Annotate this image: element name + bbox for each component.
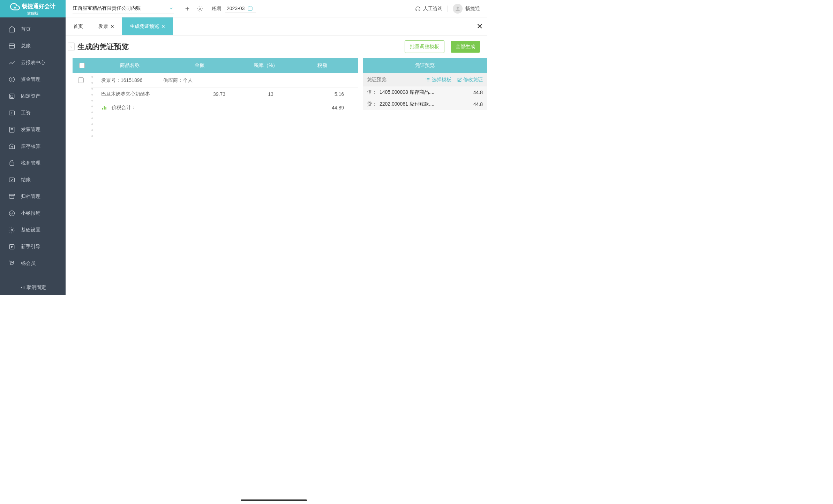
preview-toolbar: 凭证预览 选择模板 修改凭证 <box>363 73 487 86</box>
entry-side: 借： <box>367 89 375 96</box>
sidebar-item-label: 基础设置 <box>21 227 40 233</box>
select-all-checkbox[interactable] <box>79 63 85 68</box>
consult-button[interactable]: 人工咨询 <box>415 6 448 12</box>
batch-adjust-button[interactable]: 批量调整模板 <box>405 40 444 53</box>
list-icon <box>425 77 430 82</box>
sidebar-item-assets[interactable]: 固定资产 <box>0 88 66 105</box>
tab-voucher-preview[interactable]: 生成凭证预览 ✕ <box>122 17 173 35</box>
brand-name: 畅捷通好会计 <box>22 3 55 10</box>
th-rate: 税率（%） <box>231 62 301 69</box>
svg-rect-3 <box>9 94 14 98</box>
tab-home[interactable]: 首页 <box>66 17 91 35</box>
bar-chart-icon <box>101 105 107 110</box>
entry-row: 借： 1405.000008 库存商品.... 44.8 <box>363 86 487 98</box>
sidebar-unpin[interactable]: 取消固定 <box>0 280 66 295</box>
sidebar-item-home[interactable]: 首页 <box>0 21 66 38</box>
cell-amount: 39.73 <box>173 91 236 97</box>
close-period-icon <box>8 176 15 183</box>
sidebar: 畅捷通好会计 旗舰版 首页 总账 云报表中心 资金管理 <box>0 0 66 295</box>
edit-voucher-label: 修改凭证 <box>463 77 483 83</box>
expense-icon <box>8 210 15 217</box>
svg-point-23 <box>199 8 201 9</box>
svg-point-14 <box>9 211 15 216</box>
chart-icon <box>8 59 15 66</box>
sidebar-footer-label: 取消固定 <box>27 284 46 291</box>
topbar: 江西服宝精品有限责任公司内账 账期 2023-03 人工咨询 <box>66 0 487 17</box>
total-value: 44.89 <box>306 105 358 110</box>
sidebar-item-tax[interactable]: 税务管理 <box>0 155 66 171</box>
edit-icon <box>457 77 462 82</box>
edit-voucher-link[interactable]: 修改凭证 <box>457 77 483 83</box>
sidebar-item-archive[interactable]: 归档管理 <box>0 188 66 205</box>
table-row: 巴旦木奶枣夹心奶酪枣 39.73 13 5.16 <box>91 87 358 101</box>
sidebar-item-ledger[interactable]: 总账 <box>0 38 66 54</box>
svg-rect-9 <box>11 147 13 149</box>
sidebar-item-label: 结账 <box>21 177 31 183</box>
sidebar-item-label: 小畅报销 <box>21 210 40 216</box>
select-template-link[interactable]: 选择模板 <box>425 77 451 83</box>
sidebar-item-label: 云报表中心 <box>21 60 45 66</box>
inventory-icon <box>8 143 15 150</box>
cell-rate: 13 <box>236 91 306 97</box>
ledger-icon <box>8 43 15 49</box>
tabs-bar: 首页 发票 ✕ 生成凭证预览 ✕ ✕ <box>66 17 487 36</box>
user-menu[interactable]: 畅捷通 <box>453 4 480 14</box>
sidebar-item-inventory[interactable]: 库存核算 <box>0 138 66 155</box>
collapse-button[interactable] <box>68 43 75 51</box>
add-button[interactable] <box>184 6 190 12</box>
content-header: 生成的凭证预览 批量调整模板 全部生成 <box>66 36 487 58</box>
sidebar-item-salary[interactable]: 工资 <box>0 105 66 121</box>
svg-point-15 <box>11 229 13 231</box>
company-name: 江西服宝精品有限责任公司内账 <box>73 5 165 12</box>
tab-close-icon[interactable]: ✕ <box>161 24 165 29</box>
page-title: 生成的凭证预览 <box>77 42 129 52</box>
sidebar-item-close[interactable]: 结账 <box>0 171 66 188</box>
gear-icon <box>8 227 15 234</box>
sidebar-item-invoice[interactable]: 发票管理 <box>0 121 66 138</box>
th-name: 商品名称 <box>91 62 168 69</box>
period-label: 账期 <box>211 6 221 12</box>
period-selector[interactable]: 2023-03 <box>225 4 256 13</box>
sidebar-item-label: 资金管理 <box>21 76 40 83</box>
sidebar-item-settings[interactable]: 基础设置 <box>0 222 66 238</box>
supplier: 供应商：个人 <box>163 77 193 84</box>
svg-marker-18 <box>21 287 22 289</box>
table-area: 商品名称 金额 税率（%） 税额 发票号：16151896 <box>66 58 487 295</box>
row-checkbox[interactable] <box>78 77 84 83</box>
consult-label: 人工咨询 <box>423 6 443 12</box>
total-label-text: 价税合计： <box>112 105 136 111</box>
th-amount: 金额 <box>168 62 231 69</box>
entry-side: 贷： <box>367 101 375 107</box>
period-value-text: 2023-03 <box>227 6 245 11</box>
invoice-table: 商品名称 金额 税率（%） 税额 发票号：16151896 <box>73 58 358 295</box>
svg-rect-29 <box>102 108 103 109</box>
content: 生成的凭证预览 批量调整模板 全部生成 商品名称 金额 税率（%） 税额 <box>66 36 487 295</box>
home-icon <box>8 26 15 33</box>
sidebar-item-label: 工资 <box>21 110 31 116</box>
tab-invoice[interactable]: 发票 ✕ <box>91 17 122 35</box>
cell-name: 巴旦木奶枣夹心奶酪枣 <box>101 91 173 97</box>
drag-handle[interactable] <box>91 76 93 137</box>
invoice-header-row: 发票号：16151896 供应商：个人 <box>91 73 358 87</box>
close-all-tabs[interactable]: ✕ <box>476 22 483 31</box>
chevron-left-icon <box>69 45 73 49</box>
sidebar-item-reports[interactable]: 云报表中心 <box>0 54 66 71</box>
tab-close-icon[interactable]: ✕ <box>110 24 114 29</box>
company-selector[interactable]: 江西服宝精品有限责任公司内账 <box>73 3 174 14</box>
sidebar-header: 畅捷通好会计 旗舰版 <box>0 0 66 17</box>
sidebar-item-expense[interactable]: 小畅报销 <box>0 205 66 222</box>
sidebar-item-member[interactable]: 畅会员 <box>0 255 66 272</box>
svg-point-28 <box>457 7 459 9</box>
generate-all-button[interactable]: 全部生成 <box>451 41 480 53</box>
cloud-logo-icon <box>10 2 20 12</box>
select-template-label: 选择模板 <box>432 77 451 83</box>
preview-header-title: 凭证预览 <box>363 58 487 73</box>
sidebar-item-label: 库存核算 <box>21 143 40 150</box>
entry-amount: 44.8 <box>473 90 483 95</box>
headset-icon <box>415 6 421 12</box>
table-body: 发票号：16151896 供应商：个人 巴旦木奶枣夹心奶酪枣 39.73 13 … <box>73 73 358 114</box>
sidebar-item-guide[interactable]: 新手引导 <box>0 238 66 255</box>
settings-button[interactable] <box>197 6 203 12</box>
th-tax: 税额 <box>301 62 358 69</box>
sidebar-item-funds[interactable]: 资金管理 <box>0 71 66 88</box>
